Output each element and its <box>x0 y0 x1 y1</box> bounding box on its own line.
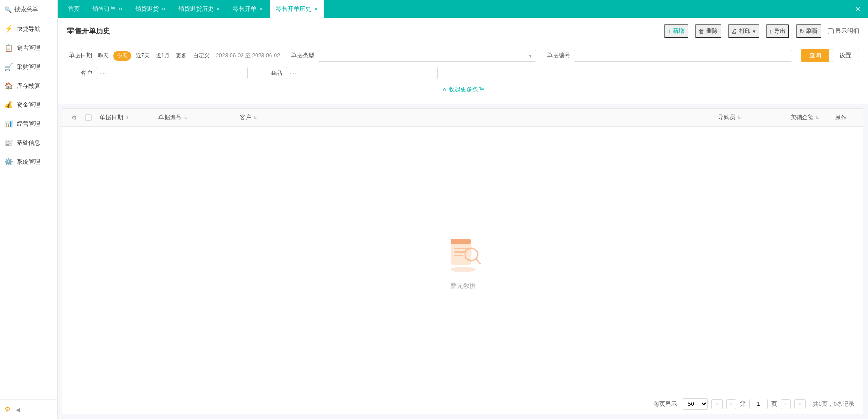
th-customer[interactable]: 客户 ⇅ <box>236 113 714 122</box>
type-select[interactable]: ▾ <box>318 50 536 62</box>
empty-illustration <box>441 230 486 275</box>
date-btn-yesterday[interactable]: 昨天 <box>96 51 110 61</box>
th-num-sort-icon: ⇅ <box>184 115 187 120</box>
print-icon: 🖨 <box>731 28 737 35</box>
table-header-checkbox[interactable] <box>81 114 96 121</box>
tab-sales-order[interactable]: 销售订单 ✕ <box>86 0 129 18</box>
th-guide-sort-icon: ⇅ <box>737 115 741 120</box>
page-content: 零售开单历史 + 新增 🗑 删除 🖨 打印 ▾ ↑ 导出 <box>58 18 868 419</box>
tab-retail-open-history[interactable]: 零售开单历史 ✕ <box>270 0 324 18</box>
type-select-arrow: ▾ <box>529 52 532 59</box>
print-dropdown-icon: ▾ <box>753 28 756 35</box>
sidebar-item-system[interactable]: ⚙️ 系统管理 <box>0 152 57 171</box>
tab-retail-open-close[interactable]: ✕ <box>259 6 263 12</box>
sidebar-item-operations[interactable]: 📊 经营管理 <box>0 114 57 133</box>
tab-retail-open-history-close[interactable]: ✕ <box>314 6 318 12</box>
filter-area: 单据日期 昨天 今天 近7天 近1月 更多 自定义 2023-06-02 至 2… <box>67 44 859 104</box>
operations-icon: 📊 <box>5 120 13 128</box>
add-button[interactable]: + 新增 <box>664 24 688 38</box>
filter-item-date: 单据日期 昨天 今天 近7天 近1月 更多 自定义 2023-06-02 至 2… <box>67 51 280 61</box>
sidebar-item-quick-nav[interactable]: ⚡ 快捷导航 <box>0 19 57 38</box>
table-settings-icon[interactable]: ⚙ <box>67 114 81 121</box>
date-btn-more[interactable]: 更多 <box>174 51 189 61</box>
system-icon: ⚙️ <box>5 158 13 166</box>
svg-rect-2 <box>451 239 471 244</box>
sidebar-collapse-icon[interactable]: ◀ <box>15 406 20 413</box>
query-button[interactable]: 查询 <box>801 49 829 62</box>
date-btn-1month[interactable]: 近1月 <box>154 51 172 61</box>
tab-sales-return-history[interactable]: 销货退货历史 ✕ <box>172 0 227 18</box>
date-btn-7days[interactable]: 近7天 <box>134 51 152 61</box>
num-filter-label: 单据编号 <box>545 52 570 60</box>
tab-sales-return-label: 销货退货 <box>135 5 159 13</box>
next-page-button[interactable]: › <box>781 399 791 409</box>
date-btn-custom[interactable]: 自定义 <box>191 51 211 61</box>
export-button[interactable]: ↑ 导出 <box>766 24 790 38</box>
collapse-more-btn[interactable]: ∧ 收起更多条件 <box>67 84 859 97</box>
sidebar-item-sales-mgmt[interactable]: 📋 销售管理 <box>0 38 57 57</box>
delete-label: 删除 <box>706 27 718 35</box>
sidebar-search[interactable]: 🔍 搜索采单 <box>0 0 57 19</box>
window-minimize-icon[interactable]: － <box>832 5 840 14</box>
tab-retail-open-history-label: 零售开单历史 <box>276 5 311 13</box>
settings-gear-icon[interactable]: ⚙ <box>5 405 11 414</box>
page-label: 第 <box>740 400 746 408</box>
select-all-checkbox[interactable] <box>85 114 92 121</box>
svg-point-0 <box>451 267 476 272</box>
th-amount[interactable]: 实销金额 ⇅ <box>768 113 823 122</box>
filter-item-type: 单据类型 ▾ <box>289 50 536 62</box>
sidebar-item-label: 库存核算 <box>17 82 40 90</box>
sidebar-item-inventory[interactable]: 🏠 库存核算 <box>0 76 57 95</box>
page-input[interactable] <box>749 399 768 409</box>
th-num[interactable]: 单据编号 ⇅ <box>155 113 236 122</box>
last-page-button[interactable]: » <box>794 399 806 409</box>
refresh-button[interactable]: ↻ 刷新 <box>796 24 821 38</box>
display-detail-checkbox[interactable]: 显示明细 <box>828 27 859 35</box>
sidebar-item-finance[interactable]: 💰 资金管理 <box>0 95 57 114</box>
sidebar-item-base-info[interactable]: 📰 基础信息 <box>0 133 57 152</box>
date-btn-today[interactable]: 今天 <box>113 51 131 61</box>
print-button[interactable]: 🖨 打印 ▾ <box>728 24 759 38</box>
first-page-button[interactable]: « <box>711 399 723 409</box>
page-header: 零售开单历史 + 新增 🗑 删除 🖨 打印 ▾ ↑ 导出 <box>58 18 868 104</box>
filter-row-2: 客户 ··· 商品 ··· <box>67 67 859 79</box>
sidebar-item-purchase-mgmt[interactable]: 🛒 采购管理 <box>0 57 57 76</box>
num-filter-input[interactable] <box>574 50 792 62</box>
window-close-icon[interactable]: ✕ <box>855 5 861 14</box>
goods-select[interactable]: ··· <box>286 67 438 79</box>
finance-icon: 💰 <box>5 101 13 109</box>
tab-sales-order-label: 销售订单 <box>92 5 116 13</box>
tab-sales-order-close[interactable]: ✕ <box>119 6 123 12</box>
pagination: 每页显示 50 10 20 100 « ‹ 第 页 › » 共0页，0条记录 <box>62 393 863 414</box>
th-guide-label: 导购员 <box>718 113 735 122</box>
th-action-label: 操作 <box>835 113 847 122</box>
filter-item-goods: 商品 ··· <box>257 67 438 79</box>
display-detail-check[interactable] <box>828 28 834 34</box>
page-suffix: 页 <box>771 400 777 408</box>
prev-page-button[interactable]: ‹ <box>726 399 736 409</box>
tab-sales-return[interactable]: 销货退货 ✕ <box>129 0 172 18</box>
svg-point-8 <box>468 251 472 255</box>
th-guide[interactable]: 导购员 ⇅ <box>714 113 768 122</box>
tab-sales-return-history-close[interactable]: ✕ <box>216 6 220 12</box>
per-page-select[interactable]: 50 10 20 100 <box>683 398 708 410</box>
date-options: 昨天 今天 近7天 近1月 更多 自定义 2023-06-02 至 2023-0… <box>96 51 280 61</box>
window-maximize-icon[interactable]: □ <box>845 5 849 13</box>
date-filter-label: 单据日期 <box>67 52 92 60</box>
purchase-mgmt-icon: 🛒 <box>5 63 13 71</box>
tab-bar-controls: － □ ✕ <box>832 5 864 14</box>
page-title: 零售开单历史 <box>67 27 110 36</box>
tab-home[interactable]: 首页 <box>62 0 86 18</box>
tab-sales-return-close[interactable]: ✕ <box>161 6 166 12</box>
sidebar-item-label: 经营管理 <box>17 120 40 128</box>
tab-retail-open[interactable]: 零售开单 ✕ <box>227 0 270 18</box>
svg-line-7 <box>476 259 480 264</box>
setting-button[interactable]: 设置 <box>832 49 859 62</box>
print-label: 打印 <box>739 27 751 35</box>
table-container: ⚙ 单据日期 ⇅ 单据编号 ⇅ 客户 ⇅ <box>62 108 863 393</box>
th-date[interactable]: 单据日期 ⇅ <box>96 113 155 122</box>
goods-dots: ··· <box>290 70 298 76</box>
delete-button[interactable]: 🗑 删除 <box>695 24 721 38</box>
table-header: ⚙ 单据日期 ⇅ 单据编号 ⇅ 客户 ⇅ <box>62 108 863 127</box>
customer-select[interactable]: ··· <box>96 67 248 79</box>
